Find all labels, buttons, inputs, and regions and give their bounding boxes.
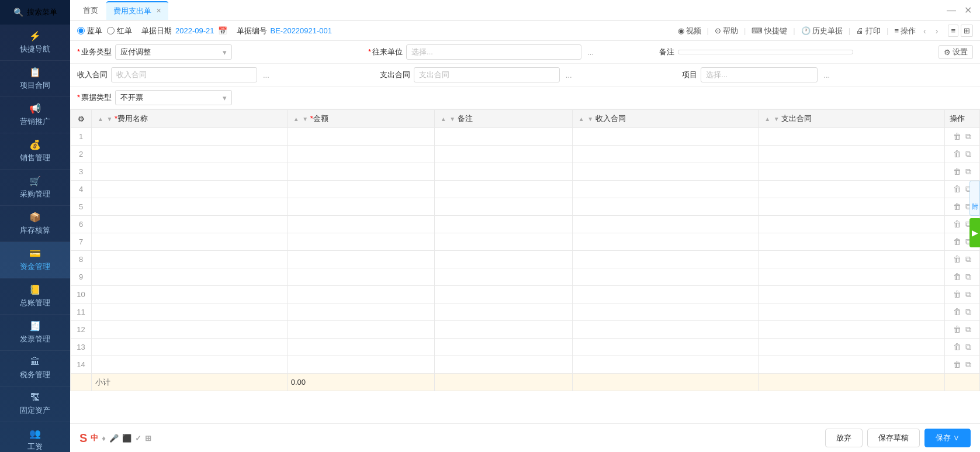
cell-expense-contract-14[interactable] <box>759 356 945 374</box>
cell-expense-name-10[interactable] <box>92 286 288 303</box>
cell-amount-14[interactable] <box>287 356 434 374</box>
sidebar-item-sales-mgmt[interactable]: 💰销售管理 <box>0 133 70 170</box>
delete-icon-3[interactable]: 🗑 <box>953 167 961 176</box>
cell-expense-contract-5[interactable] <box>759 198 945 216</box>
copy-icon-11[interactable]: ⧉ <box>965 307 971 316</box>
layout-icon-2[interactable]: ⊞ <box>961 25 973 37</box>
cell-expense-name-7[interactable] <box>92 233 288 251</box>
cell-remark-12[interactable] <box>434 321 572 339</box>
cell-amount-1[interactable] <box>287 128 434 146</box>
cell-expense-contract-9[interactable] <box>759 268 945 286</box>
copy-icon-13[interactable]: ⧉ <box>965 342 971 351</box>
sidebar-header[interactable]: 🔍 搜索菜单 <box>0 0 70 25</box>
sidebar-item-tax-mgmt[interactable]: 🏛税务管理 <box>0 351 70 387</box>
delete-icon-4[interactable]: 🗑 <box>953 184 961 194</box>
biz-type-value[interactable]: 应付调整 ▾ <box>115 44 232 60</box>
sidebar-item-marketing[interactable]: 📢营销推广 <box>0 97 70 133</box>
partner-value[interactable]: 选择... <box>406 44 581 60</box>
copy-icon-10[interactable]: ⧉ <box>965 289 971 299</box>
radio-red-label[interactable]: 红单 <box>107 26 132 36</box>
delete-icon-13[interactable]: 🗑 <box>953 342 961 351</box>
expense-contract-value[interactable]: 支出合同 <box>414 67 560 82</box>
copy-icon-14[interactable]: ⧉ <box>965 360 971 369</box>
cell-remark-10[interactable] <box>434 286 572 303</box>
layout-icon-1[interactable]: ≡ <box>948 25 958 37</box>
radio-red[interactable] <box>107 27 115 34</box>
cell-remark-9[interactable] <box>434 268 572 286</box>
save-draft-button[interactable]: 保存草稿 <box>867 429 920 447</box>
delete-icon-8[interactable]: 🗑 <box>953 254 961 264</box>
delete-icon-5[interactable]: 🗑 <box>953 202 961 211</box>
delete-icon-10[interactable]: 🗑 <box>953 289 961 299</box>
sidebar-item-ledger-mgmt[interactable]: 📒总账管理 <box>0 278 70 315</box>
nav-prev[interactable]: ‹ <box>922 26 928 36</box>
project-value[interactable]: 选择... <box>701 67 818 82</box>
cell-expense-contract-6[interactable] <box>759 216 945 233</box>
cell-income-contract-2[interactable] <box>572 146 759 163</box>
cell-remark-14[interactable] <box>434 356 572 374</box>
th-gear[interactable]: ⚙ <box>71 110 92 128</box>
window-minimize[interactable]: — <box>944 5 958 16</box>
cell-remark-8[interactable] <box>434 251 572 268</box>
delete-icon-11[interactable]: 🗑 <box>953 307 961 316</box>
sidebar-item-project-contract[interactable]: 📋项目合同 <box>0 61 70 97</box>
tab-expense-close[interactable]: ✕ <box>156 7 161 15</box>
nav-next[interactable]: › <box>934 26 940 36</box>
cell-remark-4[interactable] <box>434 181 572 198</box>
cell-amount-4[interactable] <box>287 181 434 198</box>
cell-expense-contract-3[interactable] <box>759 163 945 181</box>
action-shortcut[interactable]: ⌨ 快捷键 <box>752 26 787 36</box>
cell-income-contract-3[interactable] <box>572 163 759 181</box>
cell-expense-name-1[interactable] <box>92 128 288 146</box>
cell-remark-3[interactable] <box>434 163 572 181</box>
calendar-icon[interactable]: 📅 <box>218 26 227 35</box>
cell-amount-6[interactable] <box>287 216 434 233</box>
cell-amount-12[interactable] <box>287 321 434 339</box>
cell-expense-name-13[interactable] <box>92 339 288 356</box>
cell-income-contract-13[interactable] <box>572 339 759 356</box>
action-help[interactable]: ⊙ 帮助 <box>715 26 738 36</box>
copy-icon-8[interactable]: ⧉ <box>965 254 971 264</box>
delete-icon-12[interactable]: 🗑 <box>953 325 961 334</box>
cell-income-contract-5[interactable] <box>572 198 759 216</box>
cell-expense-name-11[interactable] <box>92 303 288 321</box>
cell-income-contract-9[interactable] <box>572 268 759 286</box>
remark-value[interactable] <box>678 50 853 54</box>
copy-icon-1[interactable]: ⧉ <box>965 132 971 141</box>
cell-amount-7[interactable] <box>287 233 434 251</box>
cell-expense-contract-8[interactable] <box>759 251 945 268</box>
action-video[interactable]: ◉ 视频 <box>678 26 701 36</box>
cell-expense-name-5[interactable] <box>92 198 288 216</box>
cell-expense-contract-10[interactable] <box>759 286 945 303</box>
cell-amount-13[interactable] <box>287 339 434 356</box>
cell-income-contract-14[interactable] <box>572 356 759 374</box>
cell-expense-contract-1[interactable] <box>759 128 945 146</box>
project-ellipsis[interactable]: ... <box>821 71 832 80</box>
logo-mic[interactable]: 🎤 <box>109 434 119 443</box>
cell-expense-contract-2[interactable] <box>759 146 945 163</box>
cell-expense-name-4[interactable] <box>92 181 288 198</box>
logo-grid[interactable]: ⊞ <box>145 434 151 443</box>
invoice-type-value[interactable]: 不开票 ▾ <box>115 90 232 105</box>
tab-expense[interactable]: 费用支出单 ✕ <box>106 1 168 20</box>
radio-blue[interactable] <box>77 27 85 34</box>
save-button[interactable]: 保存 ∨ <box>924 429 971 447</box>
sidebar-item-capital-mgmt[interactable]: 💳资金管理 <box>0 242 70 278</box>
income-ellipsis[interactable]: ... <box>261 71 272 80</box>
cell-income-contract-11[interactable] <box>572 303 759 321</box>
copy-icon-9[interactable]: ⧉ <box>965 272 971 281</box>
cell-expense-name-6[interactable] <box>92 216 288 233</box>
cell-remark-11[interactable] <box>434 303 572 321</box>
cell-expense-name-3[interactable] <box>92 163 288 181</box>
cell-income-contract-7[interactable] <box>572 233 759 251</box>
cell-amount-10[interactable] <box>287 286 434 303</box>
cell-expense-name-12[interactable] <box>92 321 288 339</box>
date-value[interactable]: 2022-09-21 <box>175 26 214 35</box>
cell-amount-9[interactable] <box>287 268 434 286</box>
right-panel-attach[interactable]: 附 <box>969 181 980 216</box>
cell-remark-7[interactable] <box>434 233 572 251</box>
cell-income-contract-4[interactable] <box>572 181 759 198</box>
window-close[interactable]: ✕ <box>962 5 974 16</box>
cell-remark-1[interactable] <box>434 128 572 146</box>
tab-home[interactable]: 首页 <box>76 2 105 19</box>
